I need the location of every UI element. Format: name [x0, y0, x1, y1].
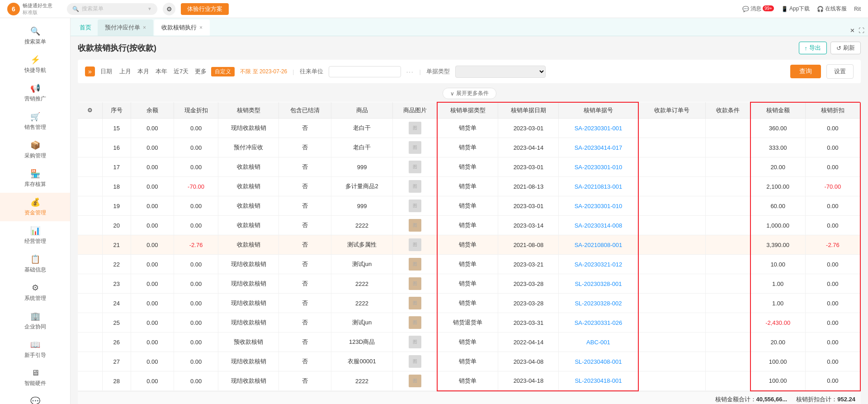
goods-image: 图 — [409, 336, 421, 348]
sidebar-item-marketing[interactable]: 📢 营销推广 — [0, 79, 70, 107]
date-option-7days[interactable]: 近7天 — [172, 67, 190, 76]
th-cash-discount: 现金折扣 — [174, 102, 218, 119]
tab-home[interactable]: 首页 — [74, 19, 97, 36]
cell-settings — [78, 294, 102, 313]
table-container: ⚙ 序号 余额 现金折扣 核销类型 包含已结清 商品 商品图片 核销单据类型 核… — [78, 102, 861, 404]
table-wrapper[interactable]: ⚙ 序号 余额 现金折扣 核销类型 包含已结清 商品 商品图片 核销单据类型 核… — [78, 102, 861, 391]
page-title: 收款核销执行(按收款) — [78, 43, 156, 53]
verify-bill-no-link[interactable]: SA-20230301-010 — [575, 164, 623, 171]
sidebar-item-business[interactable]: 📊 经营管理 — [0, 221, 70, 250]
verify-bill-no-link[interactable]: SA-20230414-017 — [575, 144, 623, 151]
tab-close-all[interactable]: ✕ — [850, 27, 855, 34]
app-download-label: App下载 — [789, 5, 810, 13]
sidebar-item-inventory[interactable]: 🏪 库存核算 — [0, 164, 70, 193]
cell-balance: 0.00 — [131, 216, 174, 235]
cell-verify-discount: 0.00 — [805, 157, 860, 177]
verify-bill-no-link[interactable]: SA-20230301-001 — [575, 125, 623, 132]
expand-more-btn[interactable]: ∨ 展开更多条件 — [443, 88, 496, 99]
goods-image: 图 — [409, 180, 421, 193]
app-download-area[interactable]: 📱 App下载 — [781, 5, 810, 13]
verify-bill-no-link[interactable]: SA-20230314-008 — [575, 222, 623, 229]
export-button[interactable]: ↑ 导出 — [799, 42, 827, 54]
industry-btn[interactable]: 体验行业方案 — [181, 3, 229, 15]
sidebar-item-enterprise[interactable]: 🏢 企业协同 — [0, 307, 70, 335]
sidebar-item-hardware[interactable]: 🖥 智能硬件 — [0, 364, 70, 392]
verify-bill-no-link[interactable]: SA-20230331-026 — [575, 319, 623, 326]
date-option-this-month[interactable]: 本月 — [136, 67, 151, 76]
query-button[interactable]: 查询 — [790, 65, 821, 78]
cell-verify-bill-type: 销货单 — [437, 216, 498, 235]
cell-settings — [78, 119, 102, 138]
cell-verify-bill-no: SA-20230414-017 — [559, 138, 638, 157]
goods-image: 图 — [409, 200, 421, 212]
cell-verify-discount: 0.00 — [805, 216, 860, 235]
tab-prepay-label: 预付冲应付单 — [105, 24, 140, 32]
sidebar-item-guide[interactable]: 📖 新手引导 — [0, 335, 70, 364]
tab-receipt-close[interactable]: × — [199, 24, 203, 31]
verify-bill-no-link[interactable]: SL-20230408-001 — [575, 358, 622, 365]
sidebar-item-purchase[interactable]: 📦 采购管理 — [0, 136, 70, 164]
tab-receipt[interactable]: 收款核销执行 × — [154, 19, 210, 36]
verify-bill-no-link[interactable]: SL-20230328-002 — [575, 300, 622, 307]
cell-verify-amount: -2,430.00 — [750, 313, 806, 333]
cell-balance: 0.00 — [131, 119, 174, 138]
cell-settings — [78, 138, 102, 157]
cell-cash-discount: 0.00 — [174, 313, 218, 333]
cell-verify-bill-date: 2023-03-28 — [498, 294, 559, 313]
verify-bill-no-link[interactable]: SA-20230321-012 — [575, 261, 623, 268]
sidebar-label-quick-nav: 快捷导航 — [24, 67, 46, 74]
th-settings[interactable]: ⚙ — [78, 102, 102, 119]
page-actions: ↑ 导出 ↺ 刷新 — [799, 42, 861, 54]
online-service-label: 在线客服 — [825, 5, 847, 13]
cell-receipt-condition — [705, 333, 750, 352]
sidebar-item-quick-nav[interactable]: ⚡ 快捷导航 — [0, 50, 70, 79]
online-service-area[interactable]: 🎧 在线客服 — [817, 5, 847, 13]
cell-receipt-condition — [705, 255, 750, 274]
tab-prepay-close[interactable]: × — [143, 24, 146, 31]
cell-settings — [78, 177, 102, 196]
tab-maximize[interactable]: ⛶ — [859, 27, 864, 34]
cell-receipt-order-no — [638, 371, 706, 391]
goods-image: 图 — [409, 122, 421, 134]
sidebar-item-system[interactable]: ⚙ 系统管理 — [0, 278, 70, 307]
bill-type-select[interactable] — [455, 66, 546, 78]
th-verify-discount: 核销折扣 — [805, 102, 860, 119]
app-icon: 📱 — [781, 6, 788, 12]
cell-verify-bill-date: 2022-04-14 — [498, 333, 559, 352]
verify-bill-no-link[interactable]: ABC-001 — [586, 339, 610, 346]
sidebar-item-search[interactable]: 🔍 搜索菜单 — [0, 22, 70, 50]
cell-goods: 老白干 — [331, 138, 392, 157]
verify-bill-no-link[interactable]: SA-20210813-001 — [575, 183, 623, 190]
refresh-button[interactable]: ↺ 刷新 — [830, 42, 861, 54]
cell-verify-bill-no: SL-20230418-001 — [559, 371, 638, 391]
cell-balance: 0.00 — [131, 313, 174, 333]
cell-cash-discount: 0.00 — [174, 352, 218, 371]
logo-icon: 6 — [7, 3, 20, 15]
cell-goods-img: 图 — [392, 177, 437, 196]
verify-bill-no-link[interactable]: SL-20230418-001 — [575, 377, 622, 384]
cell-cash-discount: 0.00 — [174, 216, 218, 235]
cell-verify-type: 收款核销 — [218, 196, 279, 216]
settings-button[interactable]: 设置 — [826, 64, 854, 79]
date-option-custom[interactable]: 自定义 — [211, 67, 235, 76]
sidebar-item-base-info[interactable]: 📋 基础信息 — [0, 250, 70, 278]
user-name[interactable]: Rit — [854, 6, 861, 12]
sidebar-item-sales[interactable]: 🛒 销售管理 — [0, 107, 70, 136]
from-unit-input[interactable] — [329, 66, 401, 77]
filter-toggle-btn[interactable]: » — [85, 67, 95, 76]
verify-bill-no-link[interactable]: SA-20230301-010 — [575, 203, 623, 209]
cell-goods: 老白干 — [331, 119, 392, 138]
cell-verify-discount: 0.00 — [805, 196, 860, 216]
sidebar-item-wechat[interactable]: 💬 企业微信 — [0, 392, 70, 404]
msg-area[interactable]: 💬 消息 99+ — [742, 5, 774, 13]
sidebar-item-finance[interactable]: 💰 资金管理 — [0, 193, 70, 221]
gear-button[interactable]: ⚙ — [163, 3, 175, 15]
date-option-this-year[interactable]: 本年 — [154, 67, 169, 76]
tab-prepay[interactable]: 预付冲应付单 × — [98, 19, 153, 36]
verify-bill-no-link[interactable]: SL-20230328-001 — [575, 280, 622, 287]
date-option-prev-month[interactable]: 上月 — [118, 67, 133, 76]
date-option-more[interactable]: 更多 — [193, 67, 208, 76]
verify-bill-no-link[interactable]: SA-20210808-001 — [575, 242, 623, 248]
sidebar-label-hardware: 智能硬件 — [24, 380, 46, 387]
sidebar-label-enterprise: 企业协同 — [24, 323, 46, 331]
